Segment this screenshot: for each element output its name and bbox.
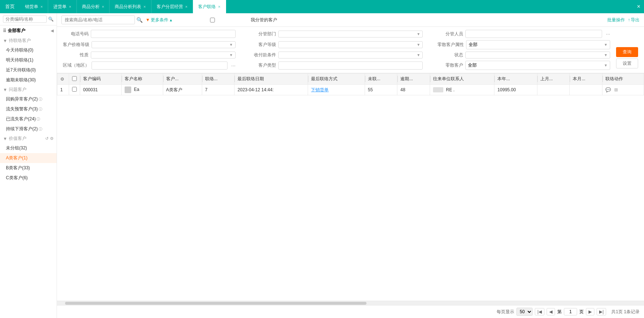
sidebar-item-churn-warning[interactable]: 流失预警客户(3) ⓘ	[0, 104, 57, 114]
filter-icon: ▼	[146, 17, 150, 22]
prev-page-btn[interactable]: ◀	[547, 308, 555, 315]
info-icon-2: ⓘ	[36, 117, 40, 122]
nav-tab-0[interactable]: 销货单 ×	[20, 0, 48, 13]
sidebar-item-ungrouped[interactable]: 未分组(32)	[0, 143, 57, 153]
close-all-btn[interactable]: ×	[637, 3, 640, 10]
info-icon-3: ⓘ	[39, 127, 42, 132]
settings-btn[interactable]: 设置	[616, 59, 638, 68]
refresh-icon[interactable]: ↺	[45, 136, 49, 141]
nav-tab-5[interactable]: 客户联络 ×	[193, 0, 226, 13]
nav-home[interactable]: 首页	[0, 0, 20, 13]
filter-more-btn[interactable]: ▼ 更多条件 ▲	[146, 17, 173, 23]
region-dots-icon[interactable]: ···	[231, 63, 236, 68]
batch-operations-btn[interactable]: 批量操作	[607, 17, 625, 23]
settings-icon[interactable]: ⚙	[50, 136, 54, 141]
sidebar-item-tomorrow[interactable]: 明天待联络(1)	[0, 55, 57, 65]
sidebar-pending-group[interactable]: ▼ 待联络客户	[0, 36, 57, 45]
action-grid-icon[interactable]: ⊞	[614, 87, 618, 92]
filter-row-4: 区域（地区） ··· 客户类型 零散客户	[63, 61, 610, 70]
nav-tab-4[interactable]: 客户分层经营 ×	[151, 0, 193, 13]
filter-region-label: 区域（地区）	[63, 62, 89, 68]
my-customers-checkbox[interactable]	[176, 18, 249, 22]
manager-dots-icon[interactable]: ···	[606, 31, 610, 37]
sidebar-item-overdue[interactable]: 逾期未联络(30)	[0, 75, 57, 85]
filter-manager-input[interactable]	[465, 30, 602, 38]
level-arrow-icon: ▼	[416, 43, 420, 47]
nav-tab-3[interactable]: 商品分析列表 ×	[110, 0, 151, 13]
row-checkbox[interactable]	[72, 87, 77, 92]
filter-payment-select[interactable]: ▼	[278, 52, 423, 59]
sidebar-search-icon[interactable]: 🔍	[48, 17, 54, 22]
next-page-btn[interactable]: ▶	[586, 308, 594, 315]
table-select-all-checkbox[interactable]	[72, 76, 77, 81]
close-tab-4[interactable]: ×	[185, 4, 187, 9]
filter-price-select[interactable]: ▼	[92, 41, 236, 48]
export-btn[interactable]: ↑ 导出	[628, 17, 640, 23]
last-contact-link[interactable]: 下销货单	[311, 87, 329, 92]
td-checkbox[interactable]	[69, 85, 80, 95]
toolbar-search-icon[interactable]: 🔍	[136, 17, 143, 23]
nav-tab-1[interactable]: 进货单 ×	[48, 0, 76, 13]
filter-retail-customer-label: 零散客户	[437, 62, 463, 68]
filter-dept-select[interactable]: ▼	[278, 31, 423, 38]
contact-person-avatar	[433, 87, 443, 92]
data-table: ⚙ 客户编码 客户名称 客户... 联络... 最后联络日期 最后联络方式 未联…	[57, 73, 644, 95]
close-tab-0[interactable]: ×	[40, 4, 43, 9]
sidebar-item-a-class[interactable]: A类客户(1)	[0, 153, 57, 163]
action-chat-icon[interactable]: 💬	[605, 87, 611, 92]
filter-phone: 电话号码	[63, 30, 236, 38]
sidebar-item-declining[interactable]: 持续下滑客户(2) ⓘ	[0, 124, 57, 134]
retail-attr-arrow-icon: ▼	[604, 43, 608, 47]
per-page-select[interactable]: 50	[516, 308, 533, 316]
filter-region-input[interactable]	[92, 61, 228, 70]
sidebar-search-area: 🔍	[0, 13, 57, 25]
first-page-btn[interactable]: |◀	[535, 308, 544, 315]
filter-payment: 收付款条件 ▼	[250, 52, 423, 59]
filter-retail-attr-select[interactable]: 全部 ▼	[466, 40, 610, 49]
nav-tab-2[interactable]: 商品分析 ×	[77, 0, 110, 13]
pagination: 每页显示 50 |◀ ◀ 第 页 ▶ ▶| 共1页 1条记录	[497, 308, 640, 316]
horizontal-scrollbar[interactable]	[57, 301, 644, 305]
filter-customer-type-input[interactable]	[278, 61, 423, 70]
top-nav-right: ×	[634, 3, 644, 10]
sidebar-item-7days[interactable]: 近7天待联络(0)	[0, 65, 57, 75]
sidebar-search-input[interactable]	[3, 15, 47, 23]
search-input[interactable]	[61, 15, 135, 24]
sidebar-all-customers-header[interactable]: ⠿ 全部客户 ◀	[0, 25, 57, 36]
filter-customer-level-label: 客户等级	[250, 42, 276, 48]
last-page-btn[interactable]: ▶|	[597, 308, 606, 315]
h-scroll-thumb[interactable]	[65, 302, 366, 305]
sidebar-item-churned[interactable]: 已流失客户(24) ⓘ	[0, 114, 57, 124]
close-tab-1[interactable]: ×	[69, 4, 71, 9]
close-tab-2[interactable]: ×	[102, 4, 104, 9]
td-overdue: 48	[397, 85, 430, 95]
sidebar-value-group[interactable]: ▼ 价值客户 ↺ ⚙	[0, 134, 57, 143]
td-code: 000031	[80, 85, 122, 95]
sidebar-item-b-class[interactable]: B类客户(33)	[0, 163, 57, 173]
sidebar-item-c-class[interactable]: C类客户(6)	[0, 173, 57, 183]
filter-retail-customer-select[interactable]: 全部 ▼	[465, 61, 610, 70]
filter-customer-type: 客户类型	[250, 61, 423, 70]
table-row: 1 000031 Ea A类客户 7 2023-04-12 14:44: 下销货…	[57, 85, 644, 95]
close-tab-3[interactable]: ×	[143, 4, 146, 9]
filter-phone-input[interactable]	[91, 30, 236, 38]
payment-arrow-icon: ▼	[416, 53, 420, 57]
sidebar-item-today[interactable]: 今天待联络(0)	[0, 45, 57, 55]
filter-nature: 性质 ▼	[63, 52, 236, 59]
sidebar-problem-group[interactable]: ▼ 问题客户	[0, 85, 57, 94]
page-number-input[interactable]	[564, 308, 577, 315]
filter-price-label: 客户价格等级	[63, 42, 89, 48]
query-btn[interactable]: 查询	[616, 47, 638, 57]
filter-status-label: 状态	[437, 52, 463, 58]
info-icon-0: ⓘ	[39, 97, 42, 102]
filter-customer-level-select[interactable]: ▼	[278, 41, 423, 48]
table-settings-icon[interactable]: ⚙	[60, 77, 64, 82]
sidebar-collapse-icon[interactable]: ◀	[51, 29, 54, 33]
close-tab-5[interactable]: ×	[218, 4, 220, 9]
filter-phone-label: 电话号码	[63, 31, 89, 37]
my-customers-checkbox-label[interactable]: 我分管的客户	[176, 17, 277, 23]
table-header-row: ⚙ 客户编码 客户名称 客户... 联络... 最后联络日期 最后联络方式 未联…	[57, 74, 644, 85]
sidebar-item-repurchase[interactable]: 回购异常客户(2) ⓘ	[0, 94, 57, 104]
filter-nature-select[interactable]: ▼	[91, 52, 236, 59]
filter-status-select[interactable]: ▼	[465, 52, 610, 59]
